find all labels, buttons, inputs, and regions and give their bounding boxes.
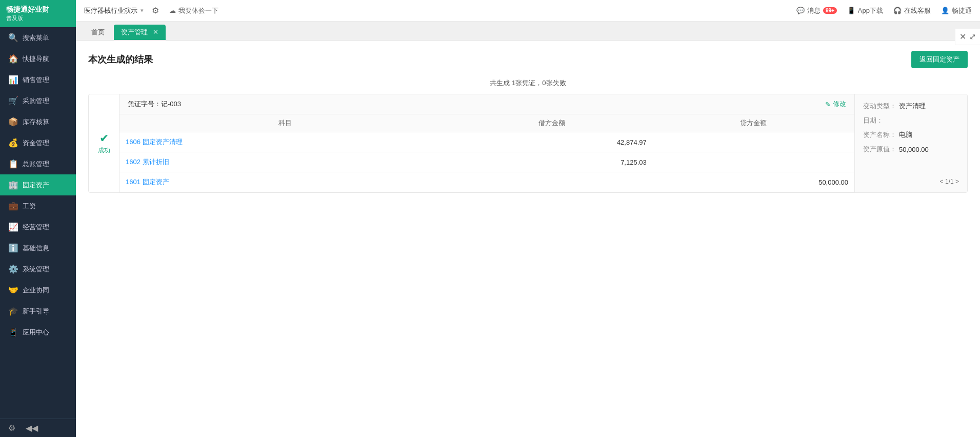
side-pagination[interactable]: < 1/1 > (863, 178, 959, 185)
asset-name-row: 资产名称： 电脑 (863, 130, 959, 140)
asset-name-value: 电脑 (899, 130, 912, 140)
sidebar-item-总账管理[interactable]: 📋总账管理 (0, 153, 76, 174)
voucher-edit-button[interactable]: ✎ 修改 (825, 100, 846, 109)
sidebar-header: 畅捷通好业财 普及版 (0, 0, 76, 27)
online-service-icon: 🎧 (893, 7, 902, 14)
settings-icon[interactable]: ⚙ (152, 6, 159, 15)
expand-panel-icon[interactable]: ⤢ (969, 32, 976, 42)
topbar: 医疗器械行业演示 ▾ ⚙ ☁ 我要体验一下 💬 消息 99 📱 App下载 (76, 0, 980, 22)
asset-value-label: 资产原值： (863, 145, 899, 154)
voucher-table: 科目 借方金额 贷方金额 1606 固定资产清理 42,874.97 1602 … (119, 114, 854, 192)
pagination-next-icon[interactable]: > (955, 178, 959, 185)
change-type-value: 资产清理 (899, 102, 926, 111)
col-header-subject: 科目 (119, 114, 451, 132)
cell-subject: 1602 累计折旧 (119, 152, 451, 172)
voucher-block: ✔ 成功 凭证字号：记-003 ✎ 修改 (88, 94, 968, 193)
sidebar-item-采购管理[interactable]: 🛒采购管理 (0, 90, 76, 111)
cell-credit (653, 132, 854, 152)
chevron-down-icon: ▾ (141, 7, 144, 14)
voucher-left: ✔ 成功 凭证字号：记-003 ✎ 修改 (89, 94, 854, 192)
return-button[interactable]: 返回固定资产 (911, 51, 968, 68)
sidebar-item-工资[interactable]: 💼工资 (0, 195, 76, 216)
tab-asset-management[interactable]: 资产管理 ✕ (114, 25, 166, 40)
main-wrapper: 医疗器械行业演示 ▾ ⚙ ☁ 我要体验一下 💬 消息 99 📱 App下载 (76, 0, 980, 437)
date-row: 日期： (863, 116, 959, 125)
sidebar-item-经营管理[interactable]: 📈经营管理 (0, 216, 76, 237)
table-row: 1606 固定资产清理 42,874.97 (119, 132, 854, 152)
sidebar-item-固定资产[interactable]: 🏢固定资产 (0, 174, 76, 195)
cell-debit: 7,125.03 (451, 152, 652, 172)
sidebar-item-label: 经营管理 (23, 223, 49, 232)
sidebar-item-新手引导[interactable]: 🎓新手引导 (0, 301, 76, 322)
sidebar-item-icon: ℹ️ (8, 243, 17, 253)
date-label: 日期： (863, 116, 899, 125)
sidebar-item-icon: 💼 (8, 201, 17, 211)
sidebar-item-label: 采购管理 (23, 96, 49, 106)
edit-label: 修改 (833, 100, 846, 109)
sidebar-item-icon: 📈 (8, 222, 17, 232)
page-title-row: 本次生成的结果 返回固定资产 (88, 51, 968, 68)
collapse-icon[interactable]: ◀◀ (26, 423, 38, 433)
sidebar-item-label: 应用中心 (23, 328, 49, 337)
cell-subject: 1606 固定资产清理 (119, 132, 451, 152)
online-service-label: 在线客服 (904, 6, 931, 15)
sidebar-item-系统管理[interactable]: ⚙️系统管理 (0, 259, 76, 280)
sidebar-item-icon: 🛒 (8, 96, 17, 106)
sidebar-item-库存核算[interactable]: 📦库存核算 (0, 111, 76, 132)
tab-home-label: 首页 (91, 28, 105, 36)
user-avatar-icon: 👤 (941, 7, 949, 14)
settings-icon[interactable]: ⚙ (8, 423, 15, 433)
user-label: 畅捷通 (952, 6, 972, 15)
sidebar-item-搜索菜单[interactable]: 🔍搜索菜单 (0, 27, 76, 48)
company-name: 医疗器械行业演示 (84, 6, 137, 15)
asset-value-row: 资产原值： 50,000.00 (863, 145, 959, 154)
main: 医疗器械行业演示 ▾ ⚙ ☁ 我要体验一下 💬 消息 99 📱 App下载 (76, 0, 980, 437)
close-panel-icon[interactable]: ✕ (959, 32, 966, 42)
sidebar-nav: 🔍搜索菜单🏠快捷导航📊销售管理🛒采购管理📦库存核算💰资金管理📋总账管理🏢固定资产… (0, 27, 76, 419)
sidebar-item-icon: 📦 (8, 117, 17, 127)
tab-home[interactable]: 首页 (84, 25, 112, 40)
voucher-header: 凭证字号：记-003 ✎ 修改 (119, 94, 854, 114)
app-title: 畅捷通好业财 (6, 5, 49, 14)
online-service-button[interactable]: 🎧 在线客服 (893, 6, 931, 15)
voucher-number: 凭证字号：记-003 (128, 100, 181, 109)
app-download-button[interactable]: 📱 App下载 (847, 6, 883, 15)
cell-credit (653, 152, 854, 172)
voucher-side-panel: 变动类型： 资产清理 日期： 资产名称： 电脑 资产原值： 50,000.00 (854, 94, 967, 192)
panel-controls: ✕ ⤢ (955, 29, 980, 45)
col-header-credit: 贷方金额 (653, 114, 854, 132)
user-menu[interactable]: 👤 畅捷通 (941, 6, 972, 15)
sidebar-item-label: 资金管理 (23, 138, 49, 148)
sidebar-item-icon: 📱 (8, 327, 17, 337)
experience-button[interactable]: ☁ 我要体验一下 (169, 6, 218, 15)
sidebar-item-icon: 📊 (8, 75, 17, 85)
sidebar-item-label: 总账管理 (23, 160, 49, 169)
message-badge: 99 (823, 7, 837, 14)
edit-icon: ✎ (825, 101, 831, 108)
page-title: 本次生成的结果 (88, 53, 153, 66)
sidebar-item-快捷导航[interactable]: 🏠快捷导航 (0, 48, 76, 69)
table-row: 1601 固定资产 50,000.00 (119, 172, 854, 192)
sidebar-item-label: 快捷导航 (23, 54, 49, 64)
sidebar-item-应用中心[interactable]: 📱应用中心 (0, 322, 76, 343)
sidebar-item-基础信息[interactable]: ℹ️基础信息 (0, 237, 76, 259)
cell-debit (451, 172, 652, 192)
sidebar-item-资金管理[interactable]: 💰资金管理 (0, 132, 76, 153)
sidebar-item-企业协同[interactable]: 🤝企业协同 (0, 280, 76, 301)
table-row: 1602 累计折旧 7,125.03 (119, 152, 854, 172)
tab-close-icon[interactable]: ✕ (153, 28, 158, 36)
asset-value-value: 50,000.00 (899, 146, 929, 153)
change-type-row: 变动类型： 资产清理 (863, 102, 959, 111)
company-selector[interactable]: 医疗器械行业演示 ▾ (84, 6, 144, 15)
sidebar-item-label: 工资 (23, 202, 36, 211)
sidebar-item-label: 库存核算 (23, 117, 49, 127)
sidebar-item-icon: ⚙️ (8, 264, 17, 274)
sidebar-item-销售管理[interactable]: 📊销售管理 (0, 69, 76, 90)
cell-subject: 1601 固定资产 (119, 172, 451, 192)
pagination-prev-icon[interactable]: < (940, 178, 944, 185)
sidebar-item-label: 基础信息 (23, 244, 49, 253)
message-button[interactable]: 💬 消息 99 (796, 6, 837, 15)
sidebar-item-icon: 💰 (8, 138, 17, 148)
success-label: 成功 (98, 146, 110, 155)
topbar-right: 💬 消息 99 📱 App下载 🎧 在线客服 👤 畅捷通 (796, 6, 972, 15)
